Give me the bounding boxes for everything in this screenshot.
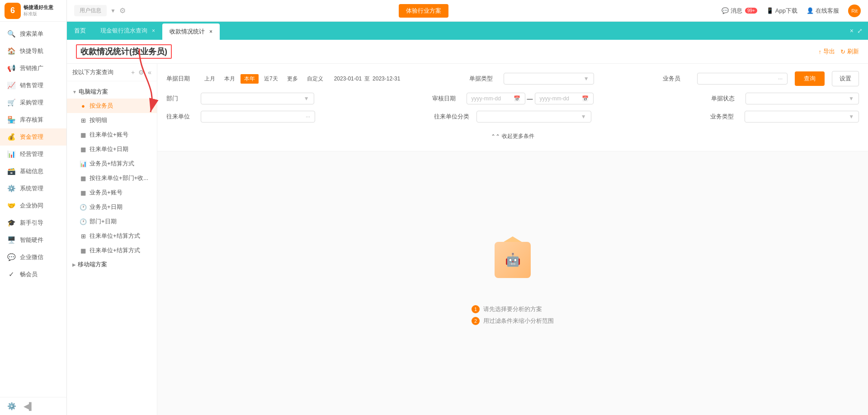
sidebar-item-wechat[interactable]: 💬 企业微信 [0, 249, 66, 266]
salesperson-select[interactable]: ··· [697, 73, 788, 85]
date-btn-more[interactable]: 更多 [283, 74, 302, 84]
tree-item-salesperson-date-label: 业务员+日期 [90, 203, 123, 211]
biz-type-select[interactable]: ▼ [745, 111, 859, 123]
sidebar-item-member[interactable]: ✓ 畅会员 [0, 266, 66, 283]
megaphone-icon: 📢 [7, 64, 15, 72]
filter-row-3: 往来单位 ··· 往来单位分类 ▼ 业务类型 ▼ [166, 111, 859, 123]
service-icon: 👤 [807, 7, 814, 14]
tree-item-by-detail[interactable]: ⊞ 按明细 [67, 113, 157, 127]
collapse-panel-icon[interactable]: « [148, 69, 151, 76]
sidebar-item-hardware[interactable]: 🖥️ 智能硬件 [0, 231, 66, 249]
page-title: 收款情况统计(按业务员) [76, 44, 172, 59]
tree-item-customer-settlement1[interactable]: ⊞ 往来单位+结算方式 [67, 229, 157, 243]
hint-text-2: 用过滤条件来缩小分析范围 [483, 317, 554, 325]
app-download-item[interactable]: 📱 App下载 [766, 7, 797, 15]
sidebar-item-enterprise[interactable]: 🤝 企业协同 [0, 197, 66, 214]
tab-receipts-label: 收款情况统计 [170, 28, 205, 36]
sidebar-item-finance[interactable]: 💰 资金管理 [0, 128, 66, 146]
messages-item[interactable]: 💬 消息 99+ [722, 7, 757, 15]
collapse-conditions-btn[interactable]: ⌃⌃ 收起更多条件 [166, 129, 859, 144]
add-scheme-button[interactable]: + [131, 69, 135, 76]
header-dropdown-arrow[interactable]: ▼ [110, 8, 116, 14]
sidebar-item-guide[interactable]: 🎓 新手引导 [0, 214, 66, 231]
tree-item-customer-dept-label: 按往来单位+部门+收... [90, 174, 148, 182]
customer-select[interactable]: ··· [201, 111, 315, 123]
doc-type-select[interactable]: ▼ [504, 73, 594, 85]
sidebar-item-basic[interactable]: 🗃️ 基础信息 [0, 163, 66, 180]
biz-type-label: 业务类型 [710, 113, 737, 121]
inventory-icon: 🏪 [7, 116, 15, 124]
sidebar-item-marketing[interactable]: 📢 营销推广 [0, 60, 66, 77]
tree-item-by-salesperson[interactable]: ● 按业务员 [67, 99, 157, 113]
review-date-from[interactable]: yyyy-mm-dd 📅 [467, 93, 525, 104]
dept-select[interactable]: ▼ [201, 93, 314, 104]
tree-item-customer-account-label: 往来单位+账号 [90, 131, 128, 139]
tree-item-customer-account[interactable]: ▦ 往来单位+账号 [67, 127, 157, 142]
tab-bank-flow[interactable]: 现金银行流水查询 × [93, 22, 162, 40]
calendar-to-icon: 📅 [582, 95, 589, 102]
refresh-button[interactable]: ↻ 刷新 [840, 47, 859, 56]
page-header: 收款情况统计(按业务员) ↑ 导出 ↻ 刷新 [67, 40, 868, 64]
online-service-item[interactable]: 👤 在线客服 [807, 7, 839, 15]
tab-home[interactable]: 首页 [67, 22, 93, 40]
dept-dropdown-icon: ▼ [304, 95, 309, 102]
sidebar-item-quicknav[interactable]: 🏠 快捷导航 [0, 42, 66, 60]
settings-button[interactable]: 设置 [832, 71, 859, 86]
sidebar-item-purchase[interactable]: 🛒 采购管理 [0, 94, 66, 111]
query-button[interactable]: 查询 [795, 71, 825, 86]
tab-bar: 首页 现金银行流水查询 × 收款情况统计 × × ⤢ [67, 22, 868, 40]
export-button[interactable]: ↑ 导出 [819, 47, 835, 56]
tree-mobile-expand-icon: ▶ [72, 262, 76, 267]
review-date-inputs: yyyy-mm-dd 📅 — yyyy-mm-dd 📅 [467, 93, 594, 104]
settings-bottom-icon[interactable]: ⚙️ [7, 402, 16, 410]
sidebar-item-search[interactable]: 🔍 搜索菜单 [0, 25, 66, 42]
message-label: 消息 [731, 7, 742, 15]
tree-group-desktop[interactable]: ▼ 电脑端方案 [67, 85, 157, 99]
tree-item-salesperson-account[interactable]: ▦ 业务员+账号 [67, 185, 157, 200]
sidebar-item-operations[interactable]: 📊 经营管理 [0, 146, 66, 163]
tab-receipts[interactable]: 收款情况统计 × [162, 24, 220, 40]
home-icon: 🏠 [7, 47, 15, 55]
system-icon: ⚙️ [7, 184, 15, 193]
trial-button[interactable]: 体验行业方案 [399, 4, 448, 18]
member-icon: ✓ [7, 270, 15, 278]
sidebar-item-system-label: 系统管理 [20, 184, 43, 193]
collapse-label: 收起更多条件 [502, 132, 534, 140]
date-btn-custom[interactable]: 自定义 [303, 74, 327, 84]
user-avatar[interactable]: Rit [848, 5, 861, 17]
customer-label: 往来单位 [166, 113, 193, 121]
tree-item-dept-date[interactable]: 🕐 部门+日期 [67, 214, 157, 229]
collapse-sidebar-icon[interactable]: ◀▌ [24, 402, 34, 410]
date-btn-last-month[interactable]: 上月 [201, 74, 219, 84]
scheme-settings-icon[interactable]: ⚙ [138, 69, 144, 76]
sidebar-item-system[interactable]: ⚙️ 系统管理 [0, 180, 66, 197]
operations-icon: 📊 [7, 150, 15, 158]
sidebar-item-inventory[interactable]: 🏪 库存核算 [0, 111, 66, 128]
header-settings-icon[interactable]: ⚙ [119, 6, 126, 15]
dept-label: 部门 [166, 94, 193, 103]
tab-receipts-close[interactable]: × [209, 28, 212, 35]
right-panel: 单据日期 上月 本月 本年 近7天 更多 自定义 2023-01-01 至 20… [157, 64, 868, 415]
date-btn-this-month[interactable]: 本月 [221, 74, 239, 84]
doc-status-select[interactable]: ▼ [745, 93, 859, 104]
date-btn-7days[interactable]: 近7天 [260, 74, 282, 84]
tab-close-all-icon[interactable]: × [850, 27, 854, 34]
sidebar-item-operations-label: 经营管理 [20, 150, 43, 158]
hint-number-1: 1 [472, 305, 480, 313]
sidebar-item-sales[interactable]: 📈 销售管理 [0, 77, 66, 94]
tab-bank-flow-close[interactable]: × [152, 28, 155, 34]
tree-group-mobile[interactable]: ▶ 移动端方案 [67, 258, 157, 271]
biz-type-dropdown-icon: ▼ [849, 113, 854, 120]
customer-cat-select[interactable]: ▼ [476, 111, 591, 123]
tree-item-salesperson-date[interactable]: 🕐 业务员+日期 [67, 200, 157, 214]
tree-item-salesperson-payment[interactable]: 📊 业务员+结算方式 [67, 156, 157, 171]
app-download-icon: 📱 [766, 7, 774, 14]
tree-item-customer-settlement2[interactable]: ▦ 往来单位+结算方式 [67, 243, 157, 258]
tree-item-dept-date-label: 部门+日期 [90, 217, 117, 226]
empty-face-icon: 🤖 [505, 252, 521, 267]
tab-expand-icon[interactable]: ⤢ [857, 27, 863, 34]
tree-item-customer-date[interactable]: ▦ 往来单位+日期 [67, 142, 157, 156]
date-btn-this-year[interactable]: 本年 [241, 74, 259, 84]
review-date-to[interactable]: yyyy-mm-dd 📅 [535, 93, 594, 104]
tree-item-customer-dept[interactable]: ▦ 按往来单位+部门+收... [67, 171, 157, 185]
